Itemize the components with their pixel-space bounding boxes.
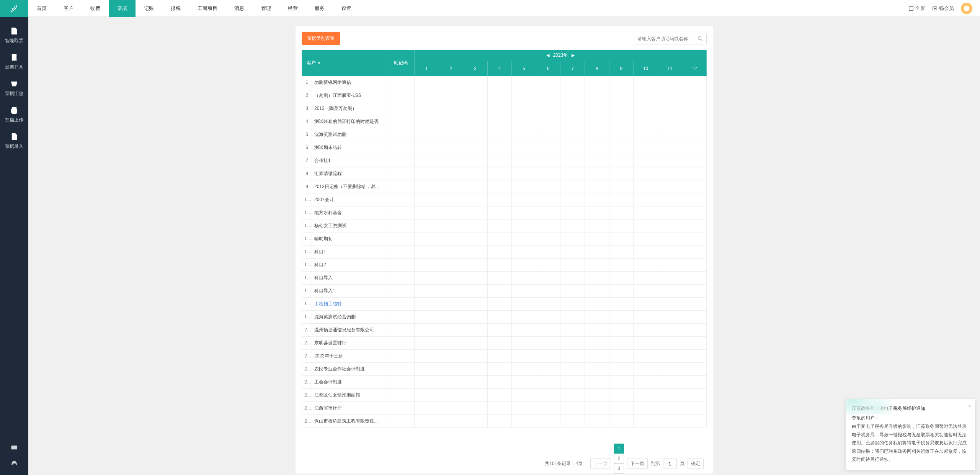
- pagination-jump-input[interactable]: [663, 459, 677, 468]
- cell-month[interactable]: [658, 76, 682, 89]
- cell-month[interactable]: [585, 167, 609, 180]
- cell-month[interactable]: [536, 401, 560, 414]
- cell-month[interactable]: [585, 349, 609, 362]
- cell-month[interactable]: [609, 297, 634, 310]
- cell-month[interactable]: [658, 245, 682, 258]
- cell-month[interactable]: [658, 115, 682, 128]
- cell-month[interactable]: [682, 310, 707, 323]
- cell-month[interactable]: [585, 297, 609, 310]
- table-row[interactable]: 5沈海英测试勿删: [302, 128, 707, 141]
- cell-month[interactable]: [682, 375, 707, 388]
- bill-category-setting-button[interactable]: 票据类别设置: [302, 32, 340, 45]
- cell-month[interactable]: [487, 401, 512, 414]
- cell-month[interactable]: [463, 375, 488, 388]
- table-row[interactable]: 25江都区仙女镇泡泡面馆: [302, 388, 707, 401]
- cell-month[interactable]: [415, 336, 439, 349]
- cell-month[interactable]: [463, 102, 488, 115]
- cell-month[interactable]: [682, 349, 707, 362]
- cell-month[interactable]: [415, 297, 439, 310]
- cell-month[interactable]: [439, 102, 463, 115]
- table-row[interactable]: 1勿删新锐网络通信: [302, 76, 707, 89]
- cell-month[interactable]: [463, 115, 488, 128]
- cell-month[interactable]: [415, 115, 439, 128]
- cell-month[interactable]: [634, 115, 658, 128]
- cell-month[interactable]: [415, 284, 439, 297]
- cell-month[interactable]: [487, 128, 512, 141]
- cell-month[interactable]: [609, 401, 634, 414]
- toast-close-button[interactable]: ×: [968, 401, 971, 411]
- cell-month[interactable]: [512, 349, 536, 362]
- cell-month[interactable]: [487, 206, 512, 219]
- cell-month[interactable]: [415, 141, 439, 154]
- pagination-page-2[interactable]: 2: [614, 454, 624, 464]
- table-row[interactable]: 14科目1: [302, 245, 707, 258]
- cell-month[interactable]: [658, 206, 682, 219]
- cell-month[interactable]: [682, 401, 707, 414]
- th-month-2[interactable]: 2: [439, 61, 463, 76]
- cell-month[interactable]: [536, 414, 560, 428]
- cell-month[interactable]: [609, 76, 634, 89]
- cell-month[interactable]: [439, 271, 463, 284]
- cell-month[interactable]: [439, 206, 463, 219]
- cell-month[interactable]: [512, 310, 536, 323]
- th-month-11[interactable]: 11: [658, 61, 682, 76]
- th-mnemonic[interactable]: 助记码: [387, 50, 415, 76]
- nav-item-10[interactable]: 服务: [306, 0, 333, 17]
- th-month-8[interactable]: 8: [585, 61, 609, 76]
- cell-month[interactable]: [585, 258, 609, 271]
- cell-month[interactable]: [439, 414, 463, 428]
- cell-month[interactable]: [512, 297, 536, 310]
- cell-month[interactable]: [463, 89, 488, 102]
- cell-month[interactable]: [536, 115, 560, 128]
- cell-month[interactable]: [463, 232, 488, 245]
- cell-month[interactable]: [658, 375, 682, 388]
- cell-month[interactable]: [682, 232, 707, 245]
- cell-month[interactable]: [487, 167, 512, 180]
- year-prev-button[interactable]: ◀: [546, 53, 549, 58]
- cell-month[interactable]: [536, 232, 560, 245]
- cell-month[interactable]: [609, 310, 634, 323]
- cell-month[interactable]: [682, 128, 707, 141]
- cell-month[interactable]: [658, 154, 682, 167]
- cell-month[interactable]: [585, 219, 609, 232]
- cell-month[interactable]: [658, 271, 682, 284]
- cell-month[interactable]: [439, 349, 463, 362]
- cell-month[interactable]: [560, 297, 585, 310]
- cell-month[interactable]: [415, 193, 439, 206]
- cell-month[interactable]: [682, 180, 707, 193]
- cell-month[interactable]: [658, 349, 682, 362]
- cell-month[interactable]: [512, 219, 536, 232]
- cell-month[interactable]: [609, 115, 634, 128]
- cell-month[interactable]: [560, 102, 585, 115]
- cell-month[interactable]: [487, 388, 512, 401]
- cell-month[interactable]: [682, 154, 707, 167]
- cell-month[interactable]: [560, 154, 585, 167]
- cell-month[interactable]: [682, 336, 707, 349]
- cell-month[interactable]: [487, 193, 512, 206]
- table-row[interactable]: 23农民专业合作社会计制度: [302, 362, 707, 375]
- cell-month[interactable]: [536, 102, 560, 115]
- cell-month[interactable]: [560, 128, 585, 141]
- nav-item-9[interactable]: 经营: [279, 0, 306, 17]
- th-month-7[interactable]: 7: [560, 61, 585, 76]
- nav-item-2[interactable]: 收费: [82, 0, 109, 17]
- cell-month[interactable]: [439, 310, 463, 323]
- cell-month[interactable]: [682, 284, 707, 297]
- cell-month[interactable]: [560, 193, 585, 206]
- cell-month[interactable]: [512, 388, 536, 401]
- cell-month[interactable]: [439, 232, 463, 245]
- cell-month[interactable]: [682, 245, 707, 258]
- cell-month[interactable]: [585, 128, 609, 141]
- cell-month[interactable]: [536, 323, 560, 336]
- cell-month[interactable]: [634, 245, 658, 258]
- fullscreen-button[interactable]: 全屏: [908, 5, 925, 12]
- cell-month[interactable]: [560, 401, 585, 414]
- th-month-4[interactable]: 4: [487, 61, 512, 76]
- cell-month[interactable]: [560, 206, 585, 219]
- cell-month[interactable]: [658, 401, 682, 414]
- table-row[interactable]: 19沈海英测试经营勿删: [302, 310, 707, 323]
- cell-month[interactable]: [512, 115, 536, 128]
- cell-month[interactable]: [658, 336, 682, 349]
- cell-month[interactable]: [609, 141, 634, 154]
- nav-item-5[interactable]: 报税: [162, 0, 189, 17]
